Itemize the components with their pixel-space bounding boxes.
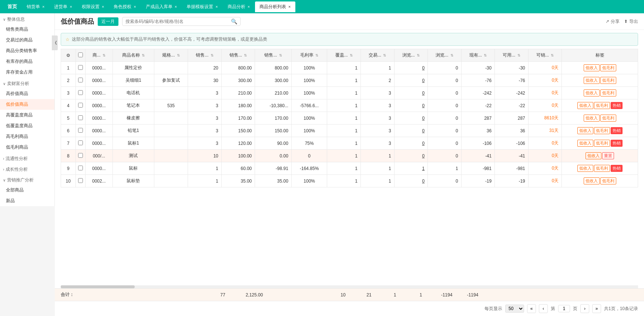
sidebar-section-overview[interactable]: ∨ 整体信息 [0, 13, 54, 24]
sidebar-item-high-value[interactable]: 高价值商品 [0, 88, 54, 99]
current-page-input[interactable] [558, 305, 570, 312]
col-avail[interactable]: 可用... ⇅ [495, 49, 529, 62]
row-avail: -242 [495, 87, 529, 99]
row-checkbox[interactable] [78, 103, 83, 108]
horizontal-scrollbar[interactable] [61, 285, 638, 288]
sidebar-section-growth[interactable]: › 成长性分析 [0, 163, 54, 174]
row-no: 9 [61, 162, 76, 175]
row-days: 0天 [528, 74, 562, 87]
nav-close-role[interactable]: × [134, 4, 136, 9]
sidebar-section-wealth[interactable]: ∨ 卖财富分析 [0, 78, 54, 88]
row-checkbox[interactable] [78, 115, 83, 120]
row-no: 8 [61, 150, 76, 162]
col-s3[interactable]: 销售... ⇅ [255, 49, 292, 62]
row-days: 0天 [528, 162, 562, 175]
sidebar-item-high-cover[interactable]: 高覆盖度商品 [0, 110, 54, 120]
nav-home[interactable]: 首页 [3, 1, 21, 12]
nav-close-template[interactable]: × [215, 4, 218, 9]
row-s2: 60.00 [221, 162, 255, 175]
row-avail: -30 [495, 62, 529, 74]
browse1-value[interactable]: 0 [422, 91, 425, 96]
row-stock: -41 [461, 150, 495, 162]
col-trade[interactable]: 交易... ⇅ [361, 49, 395, 62]
browse1-value[interactable]: 0 [422, 116, 425, 121]
search-input[interactable] [125, 19, 229, 24]
nav-product-analysis[interactable]: 商品分析 × [223, 1, 254, 12]
nav-close-purchase[interactable]: × [70, 4, 72, 9]
col-gross[interactable]: 毛利率 ⇅ [291, 49, 327, 62]
prev-page-button[interactable]: ‹ [539, 304, 548, 313]
col-code[interactable]: 商... ⇅ [85, 49, 113, 62]
nav-template-settings[interactable]: 单据模板设置 × [182, 1, 222, 12]
row-checkbox[interactable] [78, 78, 83, 82]
sidebar-section-flow[interactable]: › 流通性分析 [0, 153, 54, 163]
content-area: 低价值商品 近一月 🔍 ↗ 分享 ⬆ 导出 ☆ 这部分商品的销售收入大幅低于商品… [55, 13, 644, 316]
nav-sales-order[interactable]: 销货单 × [22, 1, 49, 12]
row-gross: 100% [291, 125, 327, 137]
sidebar-collapse-button[interactable]: 《 [52, 35, 58, 50]
sidebar-item-new-goods[interactable]: 新品 [0, 196, 54, 206]
select-all-checkbox[interactable] [78, 52, 83, 57]
row-checkbox[interactable] [78, 153, 83, 158]
col-settings[interactable]: ⚙ [61, 49, 76, 62]
sidebar-section-marketing[interactable]: ∨ 营销推广分析 [0, 174, 54, 185]
col-stock[interactable]: 现有... ⇅ [461, 49, 495, 62]
nav-analysis-list[interactable]: 商品分析列表 × [255, 1, 295, 12]
search-icon[interactable]: 🔍 [231, 18, 237, 24]
scrollbar-thumb[interactable] [61, 285, 135, 288]
sidebar-item-stock-capital[interactable]: 库存资金占用 [0, 67, 54, 78]
row-name: 鼠标1 [113, 137, 154, 150]
browse1-value[interactable]: 1 [422, 166, 425, 171]
row-checkbox[interactable] [78, 140, 83, 145]
col-browse1[interactable]: 浏览... ⇅ [394, 49, 428, 62]
browse1-value[interactable]: 0 [422, 179, 425, 184]
nav-purchase-order[interactable]: 进货单 × [50, 1, 76, 12]
col-checkbox[interactable] [76, 49, 85, 62]
header-actions: ↗ 分享 ⬆ 导出 [606, 18, 638, 25]
browse1-value[interactable]: 0 [422, 65, 425, 71]
row-checkbox[interactable] [78, 178, 83, 183]
sidebar-item-high-gross[interactable]: 高毛利商品 [0, 131, 54, 142]
sidebar-item-sales-goods[interactable]: 销售类商品 [0, 24, 54, 35]
nav-close-analysis-list[interactable]: × [288, 4, 291, 9]
nav-close-product[interactable]: × [175, 4, 177, 9]
col-s2[interactable]: 销售... ⇅ [221, 49, 255, 62]
nav-role-auth[interactable]: 角色授权 × [109, 1, 140, 12]
export-button[interactable]: ⬆ 导出 [624, 18, 638, 25]
last-page-button[interactable]: » [592, 304, 601, 313]
first-page-button[interactable]: « [527, 304, 536, 313]
sidebar-item-all-goods[interactable]: 全部商品 [0, 185, 54, 196]
row-checkbox[interactable] [78, 90, 83, 95]
row-browse2: 0 [428, 125, 462, 137]
sidebar-item-low-value[interactable]: 低价值商品 [0, 99, 54, 110]
col-cover[interactable]: 覆盖... ⇅ [327, 49, 361, 62]
tag-label: 低收入 [577, 140, 593, 147]
sidebar-item-category-sales[interactable]: 商品分类销售率 [0, 45, 54, 56]
sidebar-item-low-cover[interactable]: 低覆盖度商品 [0, 120, 54, 131]
nav-permissions[interactable]: 权限设置 × [77, 1, 108, 12]
nav-close-sales[interactable]: × [42, 4, 44, 9]
col-spec[interactable]: 规格... ⇅ [154, 49, 188, 62]
browse1-value[interactable]: 0 [422, 128, 425, 133]
period-button[interactable]: 近一月 [98, 17, 118, 26]
row-checkbox[interactable] [78, 166, 83, 170]
browse1-value[interactable]: 0 [422, 103, 425, 108]
col-saleable[interactable]: 可销... ⇅ [528, 49, 562, 62]
sidebar-item-stock-goods[interactable]: 有库存的商品 [0, 56, 54, 67]
browse1-value[interactable]: 0 [422, 153, 425, 159]
col-browse2[interactable]: 浏览... ⇅ [428, 49, 462, 62]
row-checkbox[interactable] [78, 128, 83, 133]
col-name[interactable]: 商品名称 ⇅ [113, 49, 154, 62]
row-checkbox[interactable] [78, 65, 83, 70]
col-s1[interactable]: 销售... ⇅ [188, 49, 222, 62]
browse1-value[interactable]: 0 [422, 78, 425, 83]
page-size-select[interactable]: 50 100 200 [505, 305, 524, 313]
sidebar-item-traded-goods[interactable]: 交易过的商品 [0, 35, 54, 45]
sidebar-item-low-gross[interactable]: 低毛利商品 [0, 142, 54, 153]
next-page-button[interactable]: › [580, 304, 589, 313]
nav-close-permissions[interactable]: × [102, 4, 104, 9]
share-button[interactable]: ↗ 分享 [606, 18, 620, 25]
nav-close-analysis[interactable]: × [248, 4, 250, 9]
browse1-value[interactable]: 0 [422, 141, 425, 146]
nav-product-stock[interactable]: 产成品入库单 × [141, 1, 181, 12]
